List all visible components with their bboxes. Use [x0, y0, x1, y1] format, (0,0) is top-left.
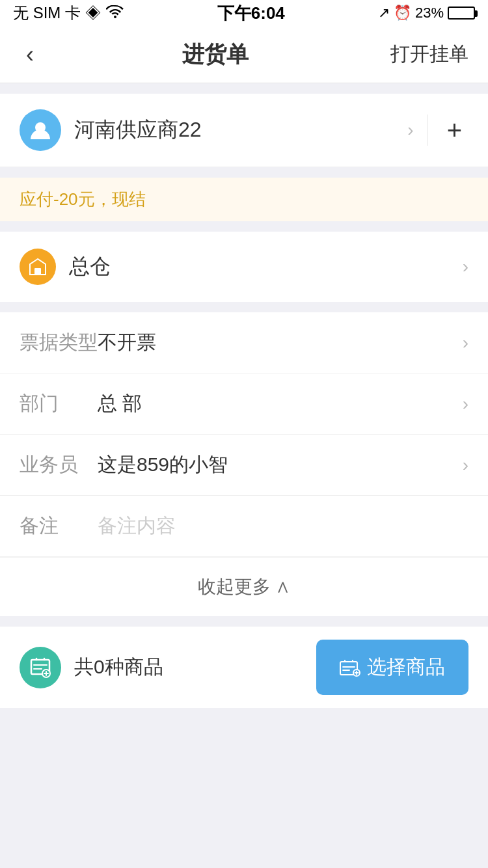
- department-row[interactable]: 部门 总 部 ›: [0, 373, 488, 435]
- nav-bar: ‹ 进货单 打开挂单: [0, 26, 488, 83]
- alarm-icon: ⏰: [394, 5, 411, 21]
- department-chevron-icon: ›: [463, 394, 468, 414]
- invoice-type-label: 票据类型: [20, 329, 98, 356]
- salesperson-chevron-icon: ›: [463, 455, 468, 476]
- add-supplier-button[interactable]: +: [441, 116, 468, 145]
- department-value: 总 部: [98, 390, 463, 417]
- battery-percent: 23%: [415, 5, 444, 21]
- remark-label: 备注: [20, 513, 98, 539]
- salesperson-value: 这是859的小智: [98, 452, 463, 478]
- page-title: 进货单: [182, 40, 249, 70]
- warehouse-section: 总仓 ›: [0, 232, 488, 302]
- status-left: 无 SIM 卡 ◈: [13, 3, 124, 23]
- invoice-type-row[interactable]: 票据类型 不开票 ›: [0, 312, 488, 373]
- battery-icon: [448, 7, 475, 20]
- back-button[interactable]: ‹: [20, 34, 40, 75]
- supplier-avatar: [20, 109, 61, 151]
- remark-input[interactable]: 备注内容: [98, 513, 468, 539]
- cart-icon: [20, 647, 61, 688]
- supplier-chevron-icon: ›: [407, 120, 413, 141]
- status-time: 下午6:04: [217, 2, 285, 25]
- page-content: 河南供应商22 › + 应付-20元，现结 总仓 › 票据类型 不开票 ›: [0, 94, 488, 868]
- svg-rect-1: [34, 268, 41, 275]
- bottom-bar: 共0种商品 选择商品: [0, 627, 488, 708]
- open-pending-button[interactable]: 打开挂单: [390, 41, 468, 68]
- warehouse-row[interactable]: 总仓 ›: [0, 232, 488, 302]
- supplier-row[interactable]: 河南供应商22 › +: [0, 94, 488, 167]
- salesperson-label: 业务员: [20, 452, 98, 478]
- location-icon: ↗: [378, 5, 390, 21]
- remark-row[interactable]: 备注 备注内容: [0, 496, 488, 557]
- sim-label: 无 SIM 卡 ◈: [13, 3, 101, 23]
- invoice-type-value: 不开票: [98, 329, 463, 356]
- collapse-button[interactable]: 收起更多 ∧: [0, 557, 488, 616]
- goods-count-label: 共0种商品: [74, 654, 316, 681]
- warehouse-chevron-icon: ›: [463, 256, 468, 277]
- divider: [427, 115, 427, 146]
- fields-section: 票据类型 不开票 › 部门 总 部 › 业务员 这是859的小智 › 备注 备注…: [0, 312, 488, 616]
- notice-bar: 应付-20元，现结: [0, 178, 488, 221]
- supplier-name: 河南供应商22: [74, 116, 407, 144]
- warehouse-name: 总仓: [69, 252, 463, 281]
- department-label: 部门: [20, 390, 98, 417]
- select-goods-label: 选择商品: [367, 654, 445, 681]
- invoice-type-chevron-icon: ›: [463, 332, 468, 353]
- status-right: ↗ ⏰ 23%: [378, 5, 475, 21]
- supplier-section: 河南供应商22 › +: [0, 94, 488, 167]
- select-goods-button[interactable]: 选择商品: [316, 640, 468, 695]
- salesperson-row[interactable]: 业务员 这是859的小智 ›: [0, 435, 488, 496]
- wifi-icon: [106, 4, 124, 22]
- status-bar: 无 SIM 卡 ◈ 下午6:04 ↗ ⏰ 23%: [0, 0, 488, 26]
- warehouse-icon: [20, 249, 56, 285]
